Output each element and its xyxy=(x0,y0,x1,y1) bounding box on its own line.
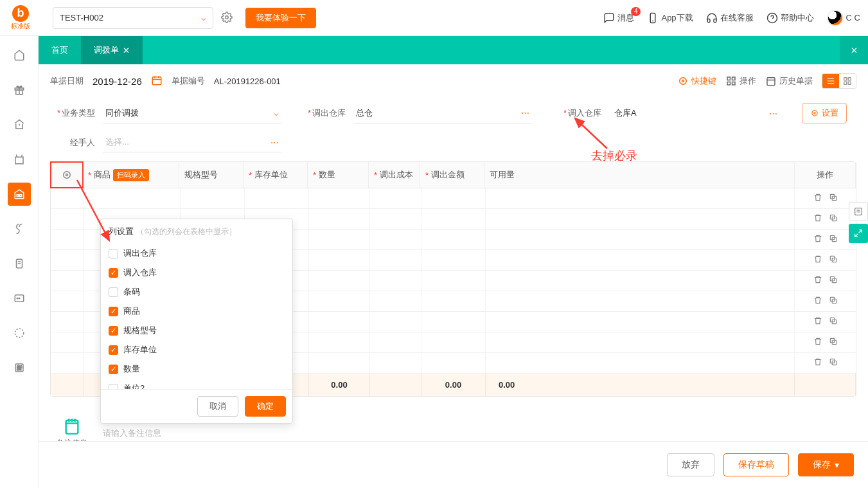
delete-icon[interactable] xyxy=(813,193,822,204)
table-row[interactable] xyxy=(51,188,856,209)
tab-transfer[interactable]: 调拨单 ✕ xyxy=(81,36,143,64)
biz-type-input[interactable]: 同价调拨 ⌵ xyxy=(103,104,281,123)
view-grid-icon[interactable] xyxy=(839,74,856,88)
scan-badge[interactable]: 扫码录入 xyxy=(113,169,149,181)
copy-icon[interactable] xyxy=(829,296,838,307)
table-header: 商品 扫码录入 规格型号 库存单位 数量 调出成本 调出金额 可用量 操作 xyxy=(51,162,856,188)
user-menu[interactable]: C C xyxy=(827,10,860,26)
col-item-label: 调入仓库 xyxy=(123,267,157,278)
row-ops xyxy=(795,209,856,229)
checkbox-icon[interactable]: ✓ xyxy=(109,345,118,355)
checkbox-icon[interactable]: ✓ xyxy=(109,307,118,316)
checkbox-icon[interactable]: ✓ xyxy=(109,268,118,278)
close-all-icon[interactable]: ✕ xyxy=(840,36,868,64)
out-wh-input[interactable]: 总仓 ⋯ xyxy=(353,104,532,123)
app-download-label: App下载 xyxy=(661,12,693,24)
sidebar-item-home[interactable] xyxy=(8,44,31,67)
close-icon[interactable]: ✕ xyxy=(123,46,130,55)
tab-home[interactable]: 首页 xyxy=(39,36,81,64)
svg-rect-24 xyxy=(727,77,731,80)
doc-date-value[interactable]: 2019-12-26 xyxy=(93,76,142,87)
out-wh-value: 总仓 xyxy=(356,107,373,119)
detail-icon[interactable] xyxy=(849,202,868,221)
delete-icon[interactable] xyxy=(813,357,822,368)
col-settings-item[interactable]: ✓调入仓库 xyxy=(109,263,285,282)
messages-link[interactable]: 消息 4 xyxy=(603,12,634,24)
col-settings-item[interactable]: ✓规格型号 xyxy=(109,321,285,340)
cancel-button[interactable]: 取消 xyxy=(197,396,238,417)
col-settings-item[interactable]: ✓库存单位 xyxy=(109,340,285,359)
checkbox-icon[interactable]: ✓ xyxy=(109,326,118,336)
sidebar-item-loading[interactable] xyxy=(8,321,31,345)
col-settings-item[interactable]: 条码 xyxy=(109,282,285,302)
settings-button[interactable]: 设置 xyxy=(802,103,847,123)
checkbox-icon[interactable] xyxy=(109,287,118,297)
svg-rect-28 xyxy=(767,78,775,86)
discard-button[interactable]: 放弃 xyxy=(667,453,714,476)
th-available: 可用量 xyxy=(484,162,795,188)
cta-button[interactable]: 我要体验一下 xyxy=(245,8,316,28)
help-center-link[interactable]: 帮助中心 xyxy=(766,12,814,24)
sidebar-item-warehouse[interactable] xyxy=(8,183,31,206)
sidebar-item-report[interactable] xyxy=(8,252,31,275)
sidebar-item-data[interactable] xyxy=(8,287,31,310)
copy-icon[interactable] xyxy=(829,357,838,368)
help-label: 帮助中心 xyxy=(781,12,814,24)
grid-icon xyxy=(725,75,737,87)
col-settings-item[interactable]: ✓数量 xyxy=(109,359,285,379)
sidebar-item-purchase[interactable] xyxy=(8,113,31,136)
col-settings-item[interactable]: 单位2 xyxy=(109,379,285,389)
col-settings-item[interactable]: ✓商品 xyxy=(109,302,285,321)
row-ops xyxy=(795,353,856,373)
delete-icon[interactable] xyxy=(813,316,822,327)
copy-icon[interactable] xyxy=(829,234,838,245)
in-wh-input[interactable]: 仓库A ⋯ xyxy=(609,104,783,123)
copy-icon[interactable] xyxy=(829,213,838,224)
svg-rect-59 xyxy=(66,420,78,434)
delete-icon[interactable] xyxy=(813,337,822,348)
doc-no-value: AL-20191226-001 xyxy=(214,77,281,86)
history-link[interactable]: 历史单据 xyxy=(765,75,813,87)
delete-icon[interactable] xyxy=(813,275,822,286)
expand-icon[interactable] xyxy=(849,224,868,243)
handler-input[interactable]: 选择... ⋯ xyxy=(103,132,281,152)
delete-icon[interactable] xyxy=(813,255,822,266)
copy-icon[interactable] xyxy=(829,193,838,204)
col-settings-item[interactable]: 调出仓库 xyxy=(109,244,285,263)
biz-type-value: 同价调拨 xyxy=(105,107,139,119)
row-ops xyxy=(795,291,856,311)
column-settings-button[interactable] xyxy=(50,161,84,188)
delete-icon[interactable] xyxy=(813,296,822,307)
copy-icon[interactable] xyxy=(829,337,838,348)
app-download-link[interactable]: App下载 xyxy=(647,12,693,24)
remark-input[interactable]: 请输入备注信息 xyxy=(103,428,850,439)
shortcut-link[interactable]: 快捷键 xyxy=(677,75,716,87)
headset-icon xyxy=(706,12,718,24)
checkbox-icon[interactable] xyxy=(109,249,118,258)
copy-icon[interactable] xyxy=(829,316,838,327)
calendar-icon[interactable] xyxy=(151,75,163,88)
save-button[interactable]: 保存 ▾ xyxy=(798,453,854,476)
copy-icon[interactable] xyxy=(829,255,838,266)
sidebar-item-new[interactable]: 新 xyxy=(8,356,31,379)
svg-rect-36 xyxy=(848,82,851,84)
operation-link[interactable]: 操作 xyxy=(725,75,756,87)
org-selector[interactable]: TEST-H002 ⌵ xyxy=(53,7,213,29)
delete-icon[interactable] xyxy=(813,234,822,245)
checkbox-icon[interactable] xyxy=(109,384,118,390)
field-biz-type: *业务类型 同价调拨 ⌵ xyxy=(50,104,281,123)
view-list-icon[interactable] xyxy=(822,74,839,88)
sidebar-item-sales[interactable] xyxy=(8,148,31,171)
online-service-link[interactable]: 在线客服 xyxy=(706,12,754,24)
delete-icon[interactable] xyxy=(813,213,822,224)
checkbox-icon[interactable]: ✓ xyxy=(109,365,118,374)
sidebar-item-finance[interactable] xyxy=(8,217,31,240)
gear-icon[interactable] xyxy=(221,12,234,24)
th-unit: 库存单位 xyxy=(244,162,308,188)
save-draft-button[interactable]: 保存草稿 xyxy=(723,453,789,476)
settings-label: 设置 xyxy=(822,107,838,119)
copy-icon[interactable] xyxy=(829,275,838,286)
col-item-label: 数量 xyxy=(123,363,140,375)
confirm-button[interactable]: 确定 xyxy=(245,396,286,417)
sidebar-item-gift[interactable] xyxy=(8,78,31,102)
